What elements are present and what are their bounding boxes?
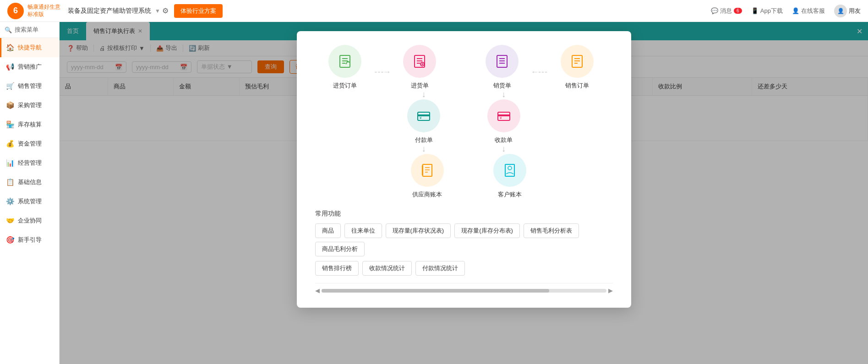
logo-area: 6 畅康通好生意 标准版 [7, 3, 60, 19]
sales-bill-label: 销货单 [493, 81, 511, 90]
message-button[interactable]: 💬 消息 6 [711, 7, 742, 15]
flow-customer-ledger[interactable]: 客户账本 [480, 154, 540, 199]
svg-rect-29 [422, 165, 423, 175]
system-icon: ⚙️ [6, 197, 14, 206]
func-btn-payment-stats[interactable]: 付款情况统计 [415, 261, 465, 276]
sidebar-item-label: 资金管理 [18, 140, 42, 148]
func-btn-goods-margin[interactable]: 商品毛利分析 [315, 242, 365, 256]
func-btn-goods[interactable]: 商品 [315, 223, 341, 238]
customer-ledger-label: 客户账本 [498, 190, 522, 199]
scroll-thumb [322, 289, 550, 293]
func-btn-sales-rank[interactable]: 销售排行榜 [315, 261, 359, 276]
scroll-track [322, 289, 606, 293]
message-badge: 6 [734, 8, 742, 14]
trial-button[interactable]: 体验行业方案 [174, 4, 223, 18]
sidebar-item-marketing[interactable]: 📢 营销推广 [0, 57, 59, 76]
download-icon: 📱 [751, 7, 759, 14]
sidebar-item-quick-nav[interactable]: 🏠 快捷导航 [0, 38, 59, 57]
user-name: 用友 [849, 7, 861, 15]
quick-nav-icon: 🏠 [6, 43, 14, 52]
svg-rect-25 [423, 164, 432, 176]
common-functions-title: 常用功能 [315, 210, 613, 218]
sidebar-item-collab[interactable]: 🤝 企业协同 [0, 211, 59, 230]
sidebar-item-operation[interactable]: 📊 经营管理 [0, 153, 59, 173]
logo-icon: 6 [7, 3, 24, 19]
flow-purchase-order[interactable]: 进货订单 [315, 45, 375, 90]
sidebar-item-basic[interactable]: 📋 基础信息 [0, 173, 59, 192]
sidebar-item-system[interactable]: ⚙️ 系统管理 [0, 192, 59, 211]
sidebar-item-sales[interactable]: 🛒 销售管理 [0, 76, 59, 96]
modal-scrollbar[interactable]: ◀ ▶ [315, 283, 613, 294]
sales-bill-icon [486, 45, 519, 78]
sidebar-item-newbie[interactable]: 🎯 新手引导 [0, 230, 59, 250]
settings-icon[interactable]: ⚙ [162, 6, 169, 15]
sales-icon: 🛒 [6, 82, 14, 90]
purchase-bill-label: 进货单 [411, 81, 429, 90]
top-bar: 6 畅康通好生意 标准版 装备及固定资产辅助管理系统 ▼ ⚙ 体验行业方案 💬 … [0, 0, 868, 22]
scroll-left-icon[interactable]: ◀ [315, 287, 320, 294]
modal-overlay: 进货订单 - - -→ 进货单 [60, 22, 868, 364]
avatar: 👤 [834, 5, 847, 17]
scroll-right-icon[interactable]: ▶ [608, 287, 613, 294]
sales-order-icon [561, 45, 594, 78]
supplier-ledger-icon [411, 154, 444, 187]
v-arrow-purchase: ↓ [395, 90, 453, 99]
flow-supplier-ledger[interactable]: 供应商账本 [398, 154, 457, 199]
flow-sales-bill[interactable]: 销货单 [472, 45, 532, 90]
sidebar-item-label: 销售管理 [18, 82, 42, 90]
arrow-h2: - - -→ [532, 67, 547, 77]
flow-purchase-bill[interactable]: 进货单 [390, 45, 449, 90]
flow-sales-order[interactable]: 销售订单 [547, 45, 607, 90]
operation-icon: 📊 [6, 159, 14, 167]
sidebar-item-label: 采购管理 [18, 101, 42, 109]
supplier-ledger-label: 供应商账本 [412, 190, 442, 199]
purchase-bill-icon [403, 45, 436, 78]
marketing-icon: 📢 [6, 63, 14, 71]
svg-text:¥: ¥ [419, 116, 422, 120]
func-btn-receipt-stats[interactable]: 收款情况统计 [362, 261, 412, 276]
sidebar-search[interactable]: 🔍 搜索菜单 [0, 22, 59, 38]
modal-dialog: 进货订单 - - -→ 进货单 [297, 31, 631, 308]
func-btn-sales-margin[interactable]: 销售毛利分析表 [524, 223, 579, 238]
v-arrow-sales: ↓ [475, 90, 533, 99]
user-area[interactable]: 👤 用友 [834, 5, 861, 17]
main-area: 🔍 搜索菜单 🏠 快捷导航 📢 营销推广 🛒 销售管理 📦 采购管理 🏪 [0, 22, 868, 364]
v-arrow-payment: ↓ [395, 144, 453, 154]
newbie-icon: 🎯 [6, 236, 14, 244]
collab-icon: 🤝 [6, 217, 14, 225]
flow-payment[interactable]: ¥ 付款单 [395, 99, 453, 144]
message-icon: 💬 [711, 7, 718, 14]
v-arrow-receipt: ↓ [475, 144, 533, 154]
sidebar-item-label: 新手引导 [18, 236, 42, 244]
sidebar-item-label: 系统管理 [18, 197, 42, 206]
arrow-h1: - - -→ [375, 67, 390, 77]
payment-label: 付款单 [415, 136, 433, 144]
receipt-icon: ¥ [487, 99, 520, 132]
app-download-button[interactable]: 📱 App下载 [751, 7, 783, 15]
payment-icon: ¥ [407, 99, 440, 132]
basic-icon: 📋 [6, 178, 14, 186]
online-service-button[interactable]: 👤 在线客服 [792, 7, 825, 15]
common-functions-section: 常用功能 商品 往来单位 现存量(库存状况表) 现存量(库存分布表) 销售毛利分… [315, 210, 613, 276]
sidebar-item-purchase[interactable]: 📦 采购管理 [0, 96, 59, 115]
func-btn-stock-status[interactable]: 现存量(库存状况表) [386, 223, 451, 238]
svg-point-31 [508, 166, 512, 170]
logo-text: 畅康通好生意 标准版 [27, 4, 60, 18]
func-btn-stock-dist[interactable]: 现存量(库存分布表) [454, 223, 520, 238]
sidebar-item-inventory[interactable]: 🏪 库存核算 [0, 115, 59, 134]
sidebar-item-finance[interactable]: 💰 资金管理 [0, 134, 59, 153]
purchase-order-icon [328, 45, 361, 78]
flow-receipt[interactable]: ¥ 收款单 [475, 99, 533, 144]
content-area: 首页 销售订单执行表 ✕ ✕ ❓ 帮助 🖨 [60, 22, 868, 364]
sidebar-item-label: 经营管理 [18, 159, 42, 167]
sales-order-label: 销售订单 [565, 81, 589, 90]
dropdown-icon[interactable]: ▼ [155, 8, 160, 14]
search-icon: 🔍 [5, 27, 12, 33]
sidebar: 🔍 搜索菜单 🏠 快捷导航 📢 营销推广 🛒 销售管理 📦 采购管理 🏪 [0, 22, 60, 364]
sidebar-item-label: 企业协同 [18, 217, 42, 225]
sidebar-item-label: 库存核算 [18, 120, 42, 129]
inventory-icon: 🏪 [6, 120, 14, 129]
service-icon: 👤 [792, 7, 799, 14]
app-title: 装备及固定资产辅助管理系统 [68, 7, 151, 15]
func-btn-contacts[interactable]: 往来单位 [344, 223, 382, 238]
